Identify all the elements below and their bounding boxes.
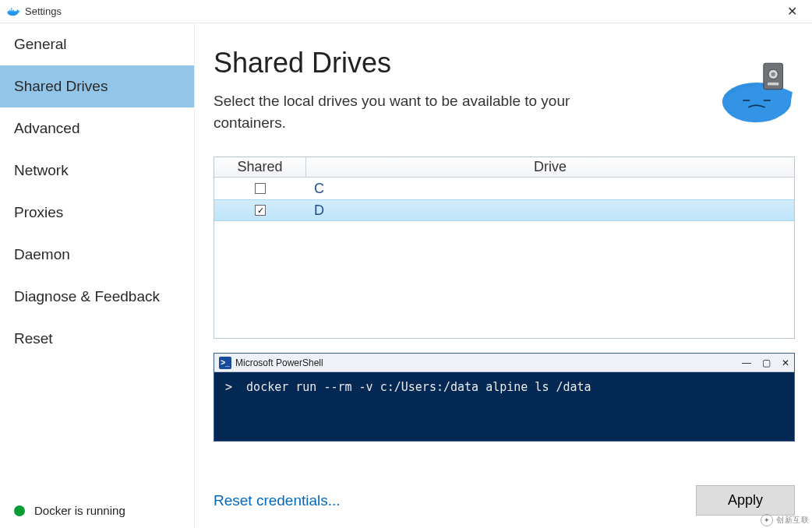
sidebar-item-label: Shared Drives — [14, 78, 108, 94]
drive-label: C — [306, 181, 794, 197]
sidebar-nav: General Shared Drives Advanced Network P… — [0, 23, 194, 493]
window-titlebar: Settings ✕ — [0, 0, 812, 23]
column-header-shared[interactable]: Shared — [214, 157, 306, 177]
sidebar-item-label: Diagnose & Feedback — [14, 288, 160, 304]
powershell-title: Microsoft PowerShell — [235, 357, 323, 368]
svg-rect-10 — [768, 83, 778, 86]
docker-status: Docker is running — [0, 493, 194, 528]
watermark-logo-icon: ✦ — [761, 514, 773, 526]
status-dot-icon — [14, 505, 25, 516]
share-checkbox-c[interactable] — [255, 183, 266, 194]
powershell-minimize-button[interactable]: — — [742, 357, 751, 368]
docker-whale-illustration-icon — [715, 47, 798, 129]
window-close-button[interactable]: ✕ — [778, 0, 806, 23]
svg-rect-1 — [11, 9, 12, 11]
sidebar-item-label: Network — [14, 162, 69, 178]
powershell-maximize-button[interactable]: ▢ — [762, 357, 771, 368]
powershell-icon: >_ — [219, 357, 231, 369]
page-title: Shared Drives — [214, 47, 795, 79]
table-header: Shared Drive — [214, 157, 794, 178]
sidebar-item-shared-drives[interactable]: Shared Drives — [0, 65, 194, 107]
sidebar-item-proxies[interactable]: Proxies — [0, 192, 194, 234]
drive-label: D — [306, 202, 794, 219]
powershell-preview: >_ Microsoft PowerShell — ▢ ✕ > docker r… — [214, 353, 795, 442]
powershell-command: > docker run --rm -v c:/Users:/data alpi… — [214, 372, 794, 441]
sidebar-item-diagnose[interactable]: Diagnose & Feedback — [0, 276, 194, 318]
sidebar-item-label: General — [14, 36, 67, 52]
sidebar-item-general[interactable]: General — [0, 23, 194, 65]
drive-row-c[interactable]: C — [214, 178, 794, 199]
share-checkbox-d[interactable] — [255, 205, 266, 216]
svg-rect-0 — [9, 9, 11, 11]
drive-row-d[interactable]: D — [214, 199, 794, 221]
apply-button[interactable]: Apply — [696, 485, 795, 516]
powershell-titlebar: >_ Microsoft PowerShell — ▢ ✕ — [214, 354, 794, 372]
reset-credentials-link[interactable]: Reset credentials... — [214, 492, 341, 509]
sidebar-item-reset[interactable]: Reset — [0, 318, 194, 360]
sidebar-item-label: Proxies — [14, 204, 63, 220]
svg-rect-3 — [11, 8, 12, 9]
column-header-drive[interactable]: Drive — [306, 157, 794, 177]
sidebar-item-label: Daemon — [14, 246, 70, 262]
powershell-close-button[interactable]: ✕ — [782, 357, 789, 368]
page-subtitle: Select the local drives you want to be a… — [214, 90, 603, 133]
shared-drives-table: Shared Drive C D — [214, 157, 795, 339]
watermark: ✦ 创新互联 — [761, 514, 809, 526]
svg-point-9 — [771, 72, 775, 76]
status-text: Docker is running — [34, 504, 125, 517]
sidebar-item-network[interactable]: Network — [0, 150, 194, 192]
main-panel: Shared Drives Select the local drives yo… — [195, 23, 812, 528]
sidebar: General Shared Drives Advanced Network P… — [0, 23, 195, 528]
sidebar-item-daemon[interactable]: Daemon — [0, 234, 194, 276]
sidebar-item-advanced[interactable]: Advanced — [0, 107, 194, 150]
sidebar-item-label: Advanced — [14, 120, 80, 136]
sidebar-item-label: Reset — [14, 330, 53, 347]
svg-rect-2 — [12, 9, 14, 11]
window-title: Settings — [25, 5, 62, 17]
docker-whale-icon — [6, 5, 20, 19]
watermark-text: 创新互联 — [776, 515, 809, 526]
